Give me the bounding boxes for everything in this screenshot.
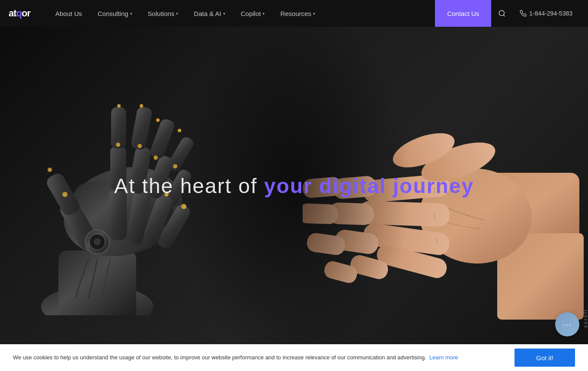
- svg-point-22: [178, 129, 181, 132]
- copilot-chevron: ▾: [262, 11, 265, 16]
- logo-text: atqor: [9, 8, 30, 19]
- chat-bubble[interactable]: ···: [555, 312, 579, 336]
- nav-right: Contact Us 1-844-294-5383: [435, 0, 579, 27]
- svg-rect-12: [131, 106, 153, 151]
- nav-data-ai[interactable]: Data & AI ▾: [186, 0, 233, 27]
- svg-point-25: [140, 104, 143, 108]
- svg-point-28: [62, 192, 67, 197]
- cookie-message: We use cookies to help us understand the…: [13, 353, 506, 362]
- phone-button[interactable]: 1-844-294-5383: [513, 0, 579, 27]
- svg-rect-41: [303, 203, 339, 224]
- svg-rect-15: [111, 107, 126, 149]
- consulting-chevron: ▾: [130, 11, 132, 16]
- phone-number: 1-844-294-5383: [529, 10, 572, 17]
- svg-point-24: [137, 144, 142, 148]
- data-ai-chevron: ▾: [223, 11, 225, 16]
- svg-point-18: [181, 204, 186, 209]
- navbar: atqor About Us Consulting ▾ Solutions ▾ …: [0, 0, 588, 27]
- contact-button[interactable]: Contact Us: [435, 0, 491, 27]
- nav-about[interactable]: About Us: [48, 0, 90, 27]
- svg-line-54: [504, 15, 505, 16]
- resources-chevron: ▾: [313, 11, 315, 16]
- logo[interactable]: atqor: [9, 8, 30, 19]
- got-it-button[interactable]: Got it!: [514, 349, 575, 367]
- svg-point-26: [116, 143, 120, 147]
- hero-text-prefix: At the heart of: [114, 174, 264, 197]
- svg-point-29: [48, 168, 52, 172]
- solutions-chevron: ▾: [176, 11, 178, 16]
- robot-hand-illustration: [0, 13, 272, 315]
- nav-consulting[interactable]: Consulting ▾: [90, 0, 140, 27]
- svg-point-53: [499, 10, 505, 16]
- search-icon[interactable]: [491, 0, 513, 27]
- hero-text: At the heart of your digital journey: [114, 174, 474, 197]
- svg-point-32: [94, 238, 101, 245]
- learn-more-link[interactable]: Learn more: [429, 354, 458, 361]
- cookie-banner: We use cookies to help us understand the…: [0, 344, 588, 371]
- svg-rect-9: [149, 117, 176, 160]
- svg-point-27: [117, 104, 121, 108]
- nav-links: About Us Consulting ▾ Solutions ▾ Data &…: [48, 0, 435, 27]
- svg-point-20: [173, 164, 177, 168]
- chat-bubble-icon: ···: [562, 320, 572, 330]
- nav-resources[interactable]: Resources ▾: [272, 0, 323, 27]
- hero-section: At the heart of your digital journey scr…: [0, 0, 588, 371]
- hero-text-highlight: your digital journey: [264, 174, 474, 197]
- nav-copilot[interactable]: Copilot ▾: [233, 0, 273, 27]
- svg-point-21: [153, 155, 158, 160]
- nav-solutions[interactable]: Solutions ▾: [140, 0, 186, 27]
- svg-point-23: [156, 118, 160, 122]
